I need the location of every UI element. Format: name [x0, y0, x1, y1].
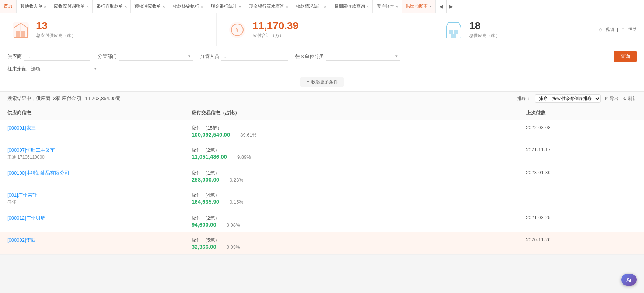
refresh-button[interactable]: ↻ 刷新	[623, 96, 637, 102]
last-pay-date: 2021-11-17	[526, 147, 551, 152]
result-summary-bar: 搜索结果中，供应商13家 应付金额 111,703,854.00元 排序： 排序…	[0, 92, 644, 106]
result-summary-text: 搜索结果中，供应商13家 应付金额 111,703,854.00元	[7, 95, 120, 102]
close-icon[interactable]: ×	[162, 4, 165, 9]
tx-amount[interactable]: 94,600.00	[192, 221, 216, 228]
close-icon[interactable]: ×	[367, 4, 369, 9]
nav-tab-bank-deposit[interactable]: 银行存取款单 ×	[93, 0, 131, 13]
total-supplier-label: 总供应商（家）	[469, 32, 500, 39]
table-row: [000012]广州贝瑞 应付 （2笔） 94,600.00 0.08% 202…	[0, 210, 644, 232]
col-supplier-info: 供应商信息	[7, 110, 192, 116]
ap-supplier-content: 13 总应付供应商（家）	[36, 21, 76, 39]
stat-card-total-suppliers: 18 总供应商（家）	[433, 13, 591, 46]
close-icon[interactable]: ×	[429, 4, 431, 8]
close-icon[interactable]: ×	[239, 4, 241, 9]
supplier-link[interactable]: [000002]李四	[7, 237, 36, 243]
tx-amount[interactable]: 164,635.90	[192, 199, 219, 205]
tx-count: （1笔）	[203, 170, 220, 176]
video-link[interactable]: 视频	[605, 27, 614, 33]
sort-label: 排序：	[517, 96, 531, 102]
supplier-link[interactable]: [000007]恒旺二手叉车	[7, 147, 55, 153]
table-row: [000007]恒旺二手叉车 王通 17106110000 应付 （2笔） 11…	[0, 142, 644, 165]
category-select[interactable]: ▾	[326, 52, 400, 61]
tx-count: （2笔）	[203, 147, 220, 153]
tx-count: （2笔）	[203, 215, 220, 221]
nav-tab-supplier-account-label: 供应商账本	[406, 3, 428, 9]
chevron-down-icon: ▾	[188, 54, 190, 59]
nav-tab-cash-bank-flow-label: 现金银行流水查询	[249, 3, 284, 10]
person-input[interactable]	[221, 52, 288, 61]
tx-label: 应付 （15笔）	[192, 125, 526, 131]
last-pay-cell: 2020-11-20	[526, 237, 637, 242]
close-icon[interactable]: ×	[396, 4, 398, 9]
collapse-button[interactable]: ⌃ 收起更多条件	[300, 77, 344, 87]
nav-tab-collection-exec-label: 收款核销执行	[173, 3, 199, 10]
close-icon[interactable]: ×	[125, 4, 127, 9]
nav-tab-other-income[interactable]: 其他收入单 ×	[17, 0, 50, 13]
refresh-label: 刷新	[628, 96, 637, 102]
supplier-link[interactable]: [000012]广州贝瑞	[7, 215, 45, 221]
nav-tab-supplier-account[interactable]: 供应商账本 ×	[402, 0, 435, 13]
tx-percent: 89.61%	[240, 132, 256, 138]
nav-tab-cash-bank-flow[interactable]: 现金银行流水查询 ×	[245, 0, 292, 13]
tx-amount[interactable]: 32,366.00	[192, 244, 216, 250]
tx-info-cell: 应付 （2笔） 94,600.00 0.08%	[192, 215, 526, 228]
close-icon[interactable]: ×	[44, 4, 46, 9]
ap-supplier-icon	[11, 20, 30, 39]
nav-tab-home-label: 首页	[4, 3, 13, 9]
supplier-input[interactable]	[24, 52, 90, 61]
help-link[interactable]: 帮助	[628, 27, 637, 33]
last-pay-date: 2023-01-30	[526, 170, 551, 175]
dept-select[interactable]: ▾	[119, 52, 193, 61]
nav-tab-home[interactable]: 首页	[0, 0, 17, 13]
export-label: 导出	[610, 96, 619, 102]
svg-rect-8	[454, 30, 458, 34]
chevron-up-icon: ⌃	[306, 80, 310, 85]
tx-amount[interactable]: 11,051,486.00	[192, 154, 227, 160]
tx-info-cell: 应付 （2笔） 11,051,486.00 9.89%	[192, 147, 526, 160]
nav-tab-other-income-label: 其他收入单	[20, 3, 42, 10]
tx-count: （4笔）	[203, 192, 220, 198]
supplier-link[interactable]: [000100]本特勤油品有限公司	[7, 170, 69, 176]
supplier-link[interactable]: [001]广州荣轩	[7, 192, 37, 198]
close-icon[interactable]: ×	[324, 4, 326, 9]
nav-next-arrow[interactable]: ▶	[446, 0, 456, 13]
nav-tab-collection-exec[interactable]: 收款核销执行 ×	[169, 0, 207, 13]
divider: |	[617, 27, 618, 32]
close-icon[interactable]: ×	[201, 4, 203, 9]
nav-tab-cash-bank-stat-label: 现金银行统计	[211, 3, 237, 10]
close-icon[interactable]: ×	[286, 4, 288, 9]
chevron-down-icon-2: ▾	[395, 54, 398, 59]
nav-prev-arrow[interactable]: ◀	[436, 0, 446, 13]
ap-amount-number: 11,170.39	[253, 21, 299, 31]
export-button[interactable]: ⊡ 导出	[605, 96, 619, 102]
tx-percent: 0.23%	[230, 177, 243, 183]
supplier-info-cell: [000002]李四	[7, 237, 192, 244]
nav-tab-ap-adjustment[interactable]: 应收应付调整单 ×	[50, 0, 92, 13]
supplier-link[interactable]: [000001]张三	[7, 125, 36, 131]
category-input[interactable]	[328, 54, 394, 59]
close-icon[interactable]: ×	[86, 4, 88, 9]
col-last-payment: 上次付数	[526, 110, 637, 116]
balance-select[interactable]: ▾	[29, 65, 88, 73]
nav-tab-collection-stat[interactable]: 收款情况统计 ×	[292, 0, 330, 13]
supplier-label: 供应商	[7, 53, 22, 60]
svg-rect-9	[451, 34, 456, 38]
nav-tab-customer-account[interactable]: 客户账本 ×	[373, 0, 402, 13]
stat-card-ap-suppliers: 13 总应付供应商（家）	[0, 13, 217, 46]
nav-tab-bank-deposit-label: 银行存取款单	[97, 3, 123, 10]
tx-percent: 9.89%	[237, 154, 251, 160]
nav-tab-prepay-offset[interactable]: 预收冲应收单 ×	[131, 0, 169, 13]
query-button[interactable]: 查询	[614, 51, 637, 62]
nav-tab-cash-bank-stat[interactable]: 现金银行统计 ×	[207, 0, 245, 13]
svg-rect-2	[21, 31, 25, 37]
tx-amount[interactable]: 100,092,540.00	[192, 131, 230, 138]
dept-input[interactable]	[121, 54, 187, 59]
tx-amount[interactable]: 258,000.00	[192, 176, 219, 183]
filter-supplier: 供应商	[7, 52, 90, 61]
sort-select[interactable]: 排序：按应付余额倒序排序	[535, 94, 601, 103]
balance-input[interactable]	[31, 66, 93, 72]
supplier-table: 供应商信息 应付交易信息（占比） 上次付数 [000001]张三 应付 （15笔…	[0, 106, 644, 255]
filter-dept: 分管部门 ▾	[98, 52, 193, 61]
nav-tab-overdue-query[interactable]: 超期应收款查询 ×	[330, 0, 373, 13]
tx-label: 应付 （5笔）	[192, 237, 526, 244]
